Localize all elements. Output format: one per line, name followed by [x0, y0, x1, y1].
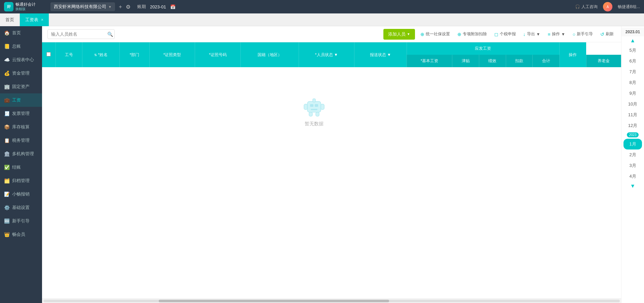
add-person-btn[interactable]: 添加人员 ▼	[383, 29, 415, 40]
month-11[interactable]: 11月	[621, 110, 644, 120]
company-name: 西安虾米网络科技有限公司	[54, 4, 106, 10]
month-2[interactable]: 2月	[621, 149, 644, 160]
month-4[interactable]: 4月	[621, 171, 644, 182]
status-filter-icon[interactable]: ▼	[334, 52, 338, 57]
tab-home[interactable]: 首页	[0, 13, 20, 26]
report-filter-icon[interactable]: ▼	[387, 52, 391, 57]
home-tab-label: 首页	[5, 17, 14, 23]
add-company-btn[interactable]: ＋	[118, 3, 123, 10]
special-deduction-btn[interactable]: ⊕ 专项附加扣除	[455, 30, 489, 38]
th-report-status: 报送状态 ▼	[354, 42, 407, 67]
svg-rect-4	[313, 99, 315, 102]
th-employee-id: 工号	[55, 42, 82, 67]
month-1-active[interactable]: 1月	[623, 139, 642, 149]
sidebar-item-assets[interactable]: 🏢 固定资产	[0, 80, 42, 93]
sidebar-item-inventory[interactable]: 📦 库存核算	[0, 120, 42, 134]
tax-icon: 📋	[4, 138, 9, 143]
search-input[interactable]	[47, 29, 115, 39]
fund-icon: 💰	[4, 71, 9, 76]
user-avatar: A	[603, 2, 612, 11]
sidebar-item-ledger[interactable]: 📒 总账	[0, 40, 42, 53]
tab-payroll[interactable]: 工资表 ×	[20, 13, 49, 26]
svg-rect-7	[309, 112, 312, 116]
th-status: *人员状态 ▼	[299, 42, 354, 67]
refresh-label: 刷新	[606, 31, 614, 37]
sidebar-item-settings[interactable]: ⚙️ 基础设置	[0, 201, 42, 214]
multiorg-icon: 🏛️	[4, 151, 9, 157]
operation-btn[interactable]: ≡ 操作 ▼	[545, 30, 567, 38]
search-btn[interactable]: 🔍	[107, 32, 113, 37]
refresh-icon: ↺	[600, 32, 604, 37]
tab-close-btn[interactable]: ×	[41, 17, 43, 22]
settings-btn[interactable]: ⚙	[126, 4, 130, 10]
month-12[interactable]: 12月	[621, 120, 644, 131]
add-person-label: 添加人员	[388, 31, 406, 37]
sidebar-item-expense[interactable]: 📝 小畅报销	[0, 187, 42, 201]
sidebar-item-archive[interactable]: 🗂️ 归档管理	[0, 174, 42, 187]
sidebar-item-tax[interactable]: 📋 税务管理	[0, 134, 42, 147]
sidebar-archive-label: 归档管理	[12, 178, 30, 184]
th-allowance: 津贴	[452, 55, 479, 67]
sidebar-item-payroll[interactable]: 💼 工资	[0, 93, 42, 107]
sidebar-item-home[interactable]: 🏠 首页	[0, 26, 42, 40]
select-all-checkbox[interactable]	[46, 52, 51, 56]
guide-toolbar-icon: ○	[573, 32, 575, 37]
company-selector[interactable]: 西安虾米网络科技有限公司 ▼	[50, 2, 115, 11]
toolbar-right: 添加人员 ▼ ⊕ 统一社保设置 ⊕ 专项附加扣除 ◻ 个税申报 ↓ 导出	[383, 29, 616, 40]
th-checkbox[interactable]	[42, 42, 55, 67]
cloud-icon: ☁️	[4, 57, 9, 62]
user-name[interactable]: 畅捷通B组...	[618, 4, 640, 10]
sidebar-item-member[interactable]: 👑 畅会员	[0, 228, 42, 241]
sidebar-payroll-label: 工资	[12, 97, 21, 103]
company-dropdown-icon: ▼	[108, 5, 112, 9]
sidebar-item-guide[interactable]: 🆕 新手引导	[0, 214, 42, 228]
export-btn[interactable]: ↓ 导出 ▼	[521, 30, 542, 38]
th-id-type: *证照类型	[149, 42, 195, 67]
next-period-btn[interactable]: ▼	[629, 182, 637, 190]
social-insurance-btn[interactable]: ⊕ 统一社保设置	[418, 30, 452, 38]
service-btn[interactable]: 🎧 人工咨询	[575, 4, 598, 10]
sidebar-item-multiorg[interactable]: 🏛️ 多机构管理	[0, 147, 42, 161]
calendar-icon[interactable]: 📅	[170, 4, 176, 9]
sidebar-multiorg-label: 多机构管理	[12, 151, 34, 157]
sidebar-item-cloud-report[interactable]: ☁️ 云报表中心	[0, 53, 42, 67]
month-6[interactable]: 6月	[621, 56, 644, 67]
svg-rect-0	[307, 101, 321, 112]
export-dropdown-icon: ▼	[536, 32, 540, 37]
svg-rect-8	[316, 112, 319, 116]
refresh-btn[interactable]: ↺ 刷新	[598, 30, 616, 38]
sidebar-inventory-label: 库存核算	[12, 124, 30, 130]
prev-period-btn[interactable]: ▲	[629, 36, 637, 45]
th-pension: 养老金	[586, 55, 621, 67]
guide-icon: 🆕	[4, 218, 9, 224]
top-right: 🎧 人工咨询 A 畅捷通B组...	[575, 2, 640, 11]
svg-rect-5	[304, 104, 307, 110]
th-name: ⇅ *姓名	[82, 42, 120, 67]
period-value: 2023-01	[150, 4, 166, 9]
month-9[interactable]: 9月	[621, 88, 644, 99]
sidebar-item-fund[interactable]: 💰 资金管理	[0, 67, 42, 80]
operation-icon: ≡	[547, 32, 550, 37]
logo-sub: 旗舰版	[15, 7, 36, 11]
operation-label: 操作	[552, 31, 560, 37]
period-display: 2023.01	[621, 28, 644, 36]
sidebar-item-invoice[interactable]: 🧾 发票管理	[0, 107, 42, 120]
tax-declare-btn[interactable]: ◻ 个税申报	[492, 30, 518, 38]
sidebar-item-close[interactable]: ✅ 结账	[0, 161, 42, 174]
bottom-scrollbar[interactable]	[42, 298, 621, 303]
social-icon: ⊕	[420, 32, 424, 37]
sidebar-settings-label: 基础设置	[12, 205, 30, 211]
month-10[interactable]: 10月	[621, 99, 644, 110]
year-badge: 2023	[627, 132, 638, 137]
month-5[interactable]: 5月	[621, 45, 644, 56]
sidebar-expense-label: 小畅报销	[12, 191, 30, 197]
month-3[interactable]: 3月	[621, 160, 644, 171]
scroll-thumb[interactable]	[159, 300, 389, 302]
payroll-tab-label: 工资表	[25, 17, 38, 23]
guide-btn[interactable]: ○ 新手引导	[571, 30, 595, 38]
month-7[interactable]: 7月	[621, 67, 644, 77]
logo-icon: 好	[4, 2, 13, 11]
month-8[interactable]: 8月	[621, 77, 644, 88]
empty-state-row: 暂无数据	[42, 67, 621, 154]
name-sort-icon[interactable]: ⇅	[94, 53, 97, 57]
